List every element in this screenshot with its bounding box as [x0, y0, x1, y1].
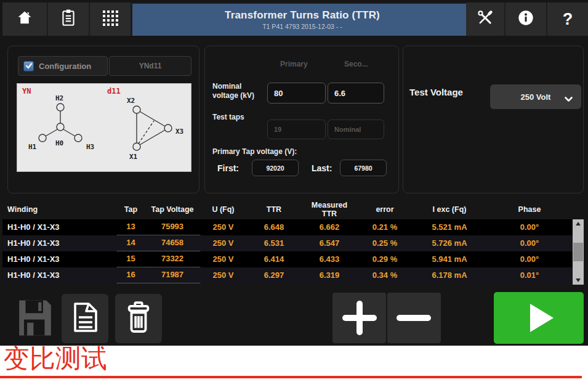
ttr-cell: 6.648 — [246, 223, 302, 232]
error-cell: 0.25 % — [357, 239, 413, 248]
ttr-cell: 6.531 — [246, 239, 302, 248]
phase-cell: 0.00° — [486, 223, 573, 232]
tap-voltage-cell: 71987 — [145, 270, 200, 280]
test-voltage-panel: Test Voltage 250 Volt — [403, 46, 584, 193]
document-page: Transformer Turns Ratio (TTR) T1 P41 479… — [0, 0, 588, 382]
table-row[interactable]: H1-H0 / X1-X3 1474658 250 V 6.531 6.547 … — [2, 235, 573, 251]
table-row[interactable]: H1-H0 / X1-X3 1573322 250 V 6.414 6.433 … — [2, 251, 573, 267]
error-cell: 0.21 % — [357, 223, 413, 232]
tap-cell: 13 — [117, 222, 145, 232]
home-icon — [15, 9, 34, 29]
column-header: Measured TTR — [302, 201, 357, 218]
u-fq-cell: 250 V — [200, 223, 246, 232]
grid-icon — [101, 9, 119, 30]
terminal-x2-label: X2 — [127, 97, 135, 105]
figure-caption: 变比测试 — [4, 345, 107, 372]
u-fq-cell: 250 V — [200, 271, 246, 280]
primary-tap-voltage-label: Primary Tap voltage (V): — [212, 147, 297, 156]
settings-button[interactable] — [466, 2, 504, 36]
last-label: Last: — [312, 163, 332, 173]
info-button[interactable] — [505, 2, 546, 36]
secondary-vector-label: d11 — [107, 87, 121, 96]
table-row[interactable]: H1-H0 / X1-X3 1671987 250 V 6.297 6.319 … — [2, 267, 573, 283]
ttr-cell: 6.297 — [246, 271, 302, 280]
winding-diagram: YN d11 H2 H1 H0 H3 — [17, 83, 191, 172]
u-fq-cell: 250 V — [200, 239, 246, 248]
nominal-primary-input[interactable]: 80 — [267, 83, 326, 104]
terminal-h0-label: H0 — [55, 139, 63, 147]
test-voltage-value: 250 Volt — [521, 92, 551, 102]
winding-cell: H1-H0 / X1-X3 — [2, 255, 117, 264]
test-taps-primary-input[interactable]: 19 — [267, 120, 326, 139]
column-header: Phase — [486, 205, 573, 214]
floppy-disk-icon — [16, 296, 54, 342]
column-header: Tap — [117, 205, 145, 214]
table-scrollbar[interactable] — [573, 219, 584, 285]
page-title: Transformer Turns Ratio (TTR) — [225, 9, 380, 22]
test-taps-label: Test taps — [212, 113, 244, 122]
tap-voltage-cell: 75993 — [145, 222, 200, 232]
configuration-checkbox-group[interactable]: Configuration — [18, 56, 108, 76]
error-cell: 0.34 % — [357, 271, 413, 280]
phase-cell: 0.00° — [486, 239, 573, 248]
u-fq-cell: 250 V — [200, 255, 246, 264]
scroll-up-icon[interactable] — [576, 222, 581, 226]
measured-ttr-cell: 6.319 — [302, 271, 357, 280]
home-button[interactable] — [2, 2, 47, 36]
column-header: TTR — [246, 205, 302, 214]
nominal-voltage-label: Nominal voltage (kV) — [212, 82, 265, 100]
title-block: Transformer Turns Ratio (TTR) T1 P41 479… — [132, 4, 472, 36]
column-header: Winding — [2, 205, 117, 214]
first-tap-voltage-input[interactable]: 92020 — [252, 160, 299, 176]
results-button[interactable] — [48, 2, 89, 36]
iexc-cell: 6.178 mA — [413, 271, 486, 280]
phase-cell: 0.00° — [486, 255, 573, 264]
save-button[interactable] — [14, 295, 57, 343]
document-icon — [70, 299, 100, 338]
nominal-secondary-input[interactable]: 6.6 — [328, 83, 384, 104]
terminal-x3-label: X3 — [175, 128, 183, 136]
help-icon: ? — [563, 10, 573, 29]
terminal-h1-label: H1 — [28, 143, 37, 151]
help-button[interactable]: ? — [547, 2, 588, 36]
chevron-down-icon — [565, 94, 573, 105]
start-test-button[interactable] — [494, 292, 584, 344]
configuration-checkbox[interactable] — [23, 61, 34, 71]
winding-cell: H1-H0 / X1-X3 — [2, 271, 117, 280]
winding-cell: H1-H0 / X1-X3 — [2, 239, 117, 248]
table-header-row: Winding Tap Tap Voltage U (Fq) TTR Measu… — [2, 200, 573, 219]
configuration-panel: Configuration YNd11 YN d11 — [7, 46, 199, 193]
terminal-h3-label: H3 — [86, 143, 94, 151]
iexc-cell: 5.941 mA — [413, 255, 486, 264]
vector-group-field[interactable]: YNd11 — [109, 56, 191, 76]
voltage-panel: Primary Seco... Nominal voltage (kV) 80 … — [204, 46, 399, 193]
caption-divider — [0, 376, 582, 378]
configuration-label: Configuration — [39, 62, 91, 71]
scrollbar-thumb[interactable] — [573, 243, 583, 261]
add-row-button[interactable] — [332, 293, 386, 343]
remove-row-button[interactable] — [387, 293, 441, 343]
ttr-app-screenshot: Transformer Turns Ratio (TTR) T1 P41 479… — [0, 0, 588, 346]
terminal-h2-label: H2 — [55, 94, 63, 102]
measured-ttr-cell: 6.547 — [302, 239, 357, 248]
report-button[interactable] — [62, 294, 108, 343]
trash-icon — [124, 299, 153, 338]
apps-menu-button[interactable] — [90, 2, 131, 36]
test-voltage-dropdown[interactable]: 250 Volt — [490, 84, 581, 109]
secondary-column-label: Seco... — [344, 60, 368, 68]
measured-ttr-cell: 6.662 — [302, 223, 357, 232]
measured-ttr-cell: 6.433 — [302, 255, 357, 264]
tap-voltage-cell: 73322 — [145, 254, 200, 264]
table-row[interactable]: H1-H0 / X1-X3 1375993 250 V 6.648 6.662 … — [2, 219, 573, 235]
test-taps-secondary-input[interactable]: Nominal — [328, 120, 384, 139]
delete-button[interactable] — [115, 294, 162, 343]
last-tap-voltage-input[interactable]: 67980 — [340, 160, 387, 176]
tap-cell: 15 — [117, 254, 145, 264]
first-label: First: — [217, 163, 239, 173]
iexc-cell: 5.521 mA — [413, 223, 486, 232]
play-icon — [530, 304, 554, 332]
iexc-cell: 5.726 mA — [413, 239, 486, 248]
primary-column-label: Primary — [280, 60, 308, 68]
column-header: Tap Voltage — [145, 205, 200, 214]
scroll-down-icon[interactable] — [576, 278, 581, 282]
